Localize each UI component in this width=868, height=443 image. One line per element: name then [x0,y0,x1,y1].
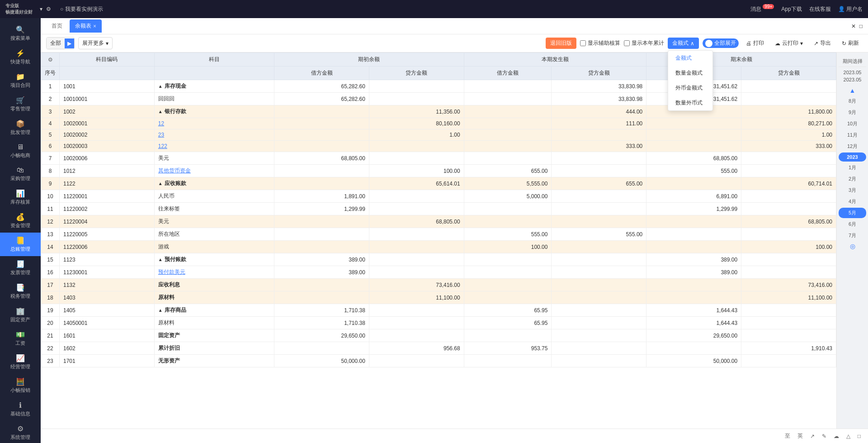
cell-name[interactable]: 往来标签 [154,203,274,215]
sidebar-item-system[interactable]: ⚙ 系统管理 [0,421,41,443]
sidebar-item-invoice[interactable]: 🧾 发票管理 [0,256,41,280]
cell-name[interactable]: 累计折旧 [154,342,274,355]
back-old-version-button[interactable]: 退回旧版 [546,38,576,49]
period-collapse-icon[interactable]: ◎ [839,241,866,252]
period-expand-up[interactable]: ▲ [839,85,866,96]
cell-name[interactable]: 所在地区 [154,228,274,241]
sidebar-item-payroll[interactable]: 💵 工资 [0,327,41,350]
cell-name[interactable]: ▲应收账款 [154,177,274,190]
period-item[interactable]: 8月 [839,96,866,106]
user-avatar[interactable]: 👤 用户名 [838,5,863,13]
period-item[interactable]: 9月 [839,107,866,118]
tab-home[interactable]: 首页 [46,19,68,33]
cloud-print-button[interactable]: ☁ 云打印 ▾ [771,38,807,49]
cell-name[interactable]: 12 [154,118,274,129]
bottom-icon-zhi[interactable]: 至 [783,431,792,441]
window-close-icon[interactable]: ✕ [851,23,856,29]
bottom-icon-arrow[interactable]: ↗ [808,432,816,440]
sidebar-item-report[interactable]: 🧮 小畅报销 [0,374,41,397]
cell-name[interactable]: 其他货币资金 [154,165,274,177]
cell-code: 11230001 [60,266,155,279]
cell-name[interactable]: 无形资产 [154,355,274,367]
sidebar-item-capital[interactable]: 💰 资金管理 [0,209,41,233]
cell-name[interactable]: 原材料 [154,317,274,329]
cell-name[interactable]: 美元 [154,215,274,228]
table-settings-icon[interactable]: ⚙ [48,57,53,63]
sidebar-item-purchase[interactable]: 🛍 采购管理 [0,162,41,186]
period-item[interactable]: 4月 [839,196,866,207]
cell-name[interactable]: 美元 [154,152,274,165]
service-btn[interactable]: 在线客服 [809,5,831,13]
sidebar-item-ops[interactable]: 📈 经营管理 [0,350,41,374]
sidebar-item-retail[interactable]: 🛒 零售管理 [0,92,41,116]
cell-code: 1701 [60,355,155,367]
period-item[interactable]: 5月 [839,208,866,218]
print-button[interactable]: 🖨 打印 [742,38,768,49]
period-item[interactable]: 7月 [839,230,866,241]
period-item[interactable]: 3月 [839,185,866,195]
sidebar-item-basic[interactable]: ℹ 基础信息 [0,397,41,421]
cell-name[interactable]: 人民币 [154,190,274,203]
cell-num: 18 [41,291,60,304]
assist-checkbox[interactable] [580,40,586,46]
message-btn[interactable]: 消息 99+ [750,5,774,13]
export-button[interactable]: ↗ 导出 [810,38,835,49]
cell-name[interactable]: 固定资产 [154,329,274,342]
refresh-button[interactable]: ↻ 刷新 [838,38,863,49]
bottom-icon-delta[interactable]: △ [844,432,852,440]
sidebar-item-wholesale[interactable]: 📦 批发管理 [0,116,41,139]
tab-close-icon[interactable]: × [93,23,96,29]
sidebar-item-tax[interactable]: 📑 税务管理 [0,280,41,303]
nav-all-control: 全部 ▶ [46,37,75,49]
cell-name[interactable]: ▲预付账款 [154,253,274,266]
sidebar-item-ledger[interactable]: 📒 总账管理 [0,233,41,256]
period-item[interactable]: 2月 [839,174,866,184]
demo-link[interactable]: ○ 我要看实例演示 [58,5,103,13]
dropdown-item-shuliangWaibi[interactable]: 数量外币式 [668,95,712,110]
period-end: 2023.05 [839,76,866,83]
period-item[interactable]: 6月 [839,219,866,229]
cell-name[interactable]: ▲库存现金 [154,80,274,93]
expand-all-toggle[interactable]: 全部展开 [703,38,739,48]
period-item[interactable]: 12月 [839,141,866,152]
cell-name[interactable]: 预付款美元 [154,266,274,279]
bottom-icon-edit[interactable]: ✎ [820,432,828,440]
cell-name[interactable]: ▲库存商品 [154,304,274,317]
tab-yue[interactable]: 余额表 × [70,19,102,33]
bottom-icon-box[interactable]: □ [856,432,863,440]
period-item[interactable]: 1月 [839,162,866,173]
cell-name[interactable]: 原材料 [154,291,274,304]
dropdown-item-jine[interactable]: 金额式 [668,51,712,66]
cell-qichu-dai: 80,160.00 [369,118,464,129]
bottom-icon-cloud[interactable]: ☁ [832,432,841,440]
dropdown-item-shuliangJine[interactable]: 数量金额式 [668,66,712,81]
nav-all-label[interactable]: 全部 [47,38,65,49]
period-item[interactable]: 2023 [839,152,866,162]
window-max-icon[interactable]: □ [859,23,863,29]
expand-more-button[interactable]: 展开更多 ▾ [78,37,113,49]
bottom-icon-en[interactable]: 英 [796,431,805,441]
year-checkbox[interactable] [624,40,630,46]
sidebar-item-inventory[interactable]: 📊 库存核算 [0,186,41,209]
sidebar-item-search[interactable]: 🔍 搜索菜单 [0,22,41,45]
app-download-btn[interactable]: App下载 [781,5,802,13]
company-dropdown[interactable]: ▾ [40,6,42,12]
cell-name[interactable]: ▲银行存款 [154,105,274,118]
sidebar-item-assets[interactable]: 🏢 固定资产 [0,303,41,327]
sidebar-item-project[interactable]: 📁 项目合同 [0,69,41,92]
nav-all-arrow[interactable]: ▶ [65,38,74,48]
sidebar-item-quicknav[interactable]: ⚡ 快捷导航 [0,45,41,69]
dropdown-item-waibijine[interactable]: 外币金额式 [668,81,712,95]
cell-name[interactable]: 游戏 [154,241,274,253]
period-item[interactable]: 11月 [839,130,866,140]
bottom-bar: 至 英 ↗ ✎ ☁ △ □ [41,429,868,443]
cell-name[interactable]: 23 [154,129,274,141]
settings-icon[interactable]: ⚙ [46,6,51,12]
cell-name[interactable]: 122 [154,141,274,152]
cell-code: 11220002 [60,203,155,215]
jine-mode-button[interactable]: 金额式 ∧ [668,38,699,49]
cell-name[interactable]: 应收利息 [154,279,274,291]
sidebar-item-ecom[interactable]: 🖥 小畅电商 [0,139,41,162]
cell-name[interactable]: 回回回 [154,93,274,105]
period-item[interactable]: 10月 [839,119,866,129]
